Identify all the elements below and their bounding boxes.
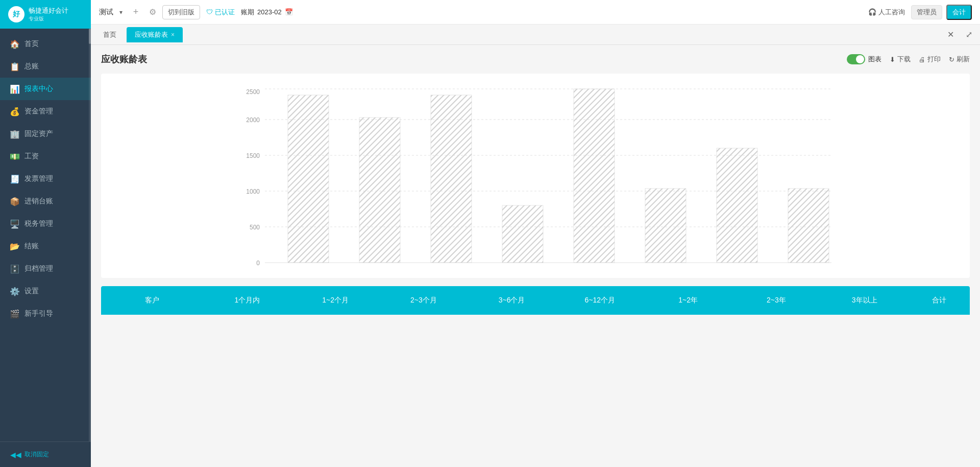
company-dropdown-icon[interactable]: ▾ — [119, 9, 122, 16]
pin-label: 取消固定 — [24, 450, 49, 459]
sidebar-item-closing[interactable]: 📂 结账 — [0, 235, 91, 258]
sidebar-item-payroll[interactable]: 💵 工资 — [0, 145, 91, 168]
nav-label-closing: 结账 — [24, 242, 39, 251]
bar-chart: 0 500 1000 1500 2000 2500 1月内 — [111, 84, 960, 268]
svg-text:6-12个月: 6-12个月 — [582, 267, 606, 268]
role-button[interactable]: 会计 — [946, 5, 972, 20]
pin-button[interactable]: ◀◀ 取消固定 — [8, 447, 83, 462]
support-button[interactable]: 🎧 人工咨询 — [868, 8, 905, 17]
tab-ar-aging[interactable]: 应收账龄表 × — [127, 27, 183, 42]
nav-label-capital: 资金管理 — [24, 107, 53, 116]
chart-area: 0 500 1000 1500 2000 2500 1月内 — [101, 74, 970, 278]
shield-icon: 🛡 — [206, 8, 213, 16]
nav-label-reports: 报表中心 — [24, 84, 53, 94]
print-button[interactable]: 🖨 打印 — [919, 55, 941, 64]
page-actions: 图表 ⬇ 下载 🖨 打印 ↻ 刷新 — [847, 54, 970, 64]
refresh-icon: ↻ — [949, 56, 954, 63]
nav-icon-sales: 📦 — [10, 197, 19, 206]
nav-label-payroll: 工资 — [24, 152, 39, 161]
sidebar-item-settings[interactable]: ⚙️ 设置 — [0, 280, 91, 302]
svg-rect-14 — [359, 118, 400, 263]
table-col-header-8: 3年以上 — [820, 286, 909, 315]
calendar-icon[interactable]: 📅 — [285, 8, 293, 16]
table-col-header-5: 6~12个月 — [556, 286, 644, 315]
svg-text:3-6月: 3-6月 — [515, 267, 530, 268]
add-company-button[interactable]: + — [129, 5, 143, 19]
svg-text:0: 0 — [256, 260, 260, 267]
sidebar-item-ledger[interactable]: 📋 总账 — [0, 55, 91, 78]
switch-version-button[interactable]: 切到旧版 — [162, 5, 200, 19]
headset-icon: 🎧 — [868, 8, 876, 16]
logo-sub: 专业版 — [29, 15, 68, 22]
sidebar-item-assets[interactable]: 🏢 固定资产 — [0, 123, 91, 145]
print-icon: 🖨 — [919, 56, 925, 63]
pin-icon: ◀◀ — [10, 451, 21, 459]
sidebar-item-sales[interactable]: 📦 进销台账 — [0, 190, 91, 213]
chart-toggle[interactable] — [847, 54, 865, 64]
tab-home[interactable]: 首页 — [95, 27, 125, 42]
nav-icon-invoice: 🧾 — [10, 174, 19, 183]
nav-label-guide: 新手引导 — [24, 309, 53, 318]
svg-rect-26 — [788, 189, 829, 263]
sidebar-item-invoice[interactable]: 🧾 发票管理 — [0, 168, 91, 190]
svg-rect-18 — [502, 205, 543, 263]
chart-toggle-label: 图表 — [868, 55, 881, 64]
svg-text:2000: 2000 — [246, 116, 260, 124]
nav-icon-tax: 🖥️ — [10, 219, 19, 228]
nav-label-tax: 税务管理 — [24, 219, 53, 228]
sidebar-item-reports[interactable]: 📊 报表中心 — [0, 78, 91, 100]
sidebar-item-home[interactable]: 🏠 首页 — [0, 33, 91, 55]
table-col-header-1: 1个月内 — [203, 286, 291, 315]
logo-name: 畅捷通好会计 — [29, 7, 68, 15]
download-icon: ⬇ — [890, 56, 895, 63]
table-col-header-3: 2~3个月 — [380, 286, 468, 315]
svg-rect-22 — [645, 189, 686, 263]
nav-label-invoice: 发票管理 — [24, 174, 53, 183]
admin-button[interactable]: 管理员 — [911, 5, 942, 19]
nav-label-archive: 归档管理 — [24, 264, 53, 273]
nav-label-sales: 进销台账 — [24, 197, 53, 206]
verified-badge: 🛡 已认证 — [206, 8, 235, 17]
nav-label-settings: 设置 — [24, 287, 39, 296]
table-col-header-6: 1~2年 — [644, 286, 732, 315]
download-button[interactable]: ⬇ 下载 — [890, 55, 911, 64]
table-col-header-2: 1~2个月 — [291, 286, 380, 315]
nav-icon-closing: 📂 — [10, 242, 19, 251]
nav-menu: 🏠 首页 📋 总账 📊 报表中心 💰 资金管理 🏢 固定资产 💵 工资 🧾 发票… — [0, 29, 91, 329]
sidebar-item-capital[interactable]: 💰 资金管理 — [0, 100, 91, 123]
nav-icon-reports: 📊 — [10, 84, 19, 94]
main-area: 测试 ▾ + ⚙ 切到旧版 🛡 已认证 账期 2023-02 📅 🎧 人工咨询 … — [91, 0, 980, 467]
user-area: 管理员 会计 — [911, 5, 972, 20]
sidebar-item-guide[interactable]: 🎬 新手引导 — [0, 302, 91, 325]
nav-label-ledger: 总账 — [24, 62, 39, 71]
top-header: 测试 ▾ + ⚙ 切到旧版 🛡 已认证 账期 2023-02 📅 🎧 人工咨询 … — [91, 0, 980, 25]
close-panel-button[interactable]: ✕ — [943, 28, 958, 42]
svg-text:1000: 1000 — [246, 188, 260, 195]
nav-icon-ledger: 📋 — [10, 62, 19, 71]
table-col-header-7: 2~3年 — [732, 286, 821, 315]
expand-panel-button[interactable]: ⤢ — [962, 28, 976, 42]
svg-text:2-3年: 2-3年 — [729, 267, 744, 268]
logo: 好 畅捷通好会计 专业版 — [0, 0, 91, 29]
nav-label-assets: 固定资产 — [24, 129, 53, 138]
content-inner: 应收账龄表 图表 ⬇ 下载 🖨 打印 ↻ — [91, 45, 980, 467]
nav-icon-guide: 🎬 — [10, 309, 19, 318]
svg-text:1-2年: 1-2年 — [658, 267, 673, 268]
accounting-period: 账期 2023-02 📅 — [241, 8, 293, 17]
table-header: 客户1个月内1~2个月2~3个月3~6个月6~12个月1~2年2~3年3年以上合… — [101, 286, 970, 315]
sidebar-item-archive[interactable]: 🗄️ 归档管理 — [0, 258, 91, 280]
company-name[interactable]: 测试 — [99, 8, 113, 17]
sidebar-item-tax[interactable]: 🖥️ 税务管理 — [0, 213, 91, 235]
content-area: 应收账龄表 图表 ⬇ 下载 🖨 打印 ↻ — [91, 45, 980, 467]
sidebar: 好 畅捷通好会计 专业版 🏠 首页 📋 总账 📊 报表中心 💰 资金管理 🏢 固… — [0, 0, 91, 467]
svg-rect-16 — [431, 95, 472, 263]
refresh-button[interactable]: ↻ 刷新 — [949, 55, 970, 64]
nav-icon-home: 🏠 — [10, 39, 19, 49]
nav-icon-settings: ⚙️ — [10, 287, 19, 296]
page-header: 应收账龄表 图表 ⬇ 下载 🖨 打印 ↻ — [101, 53, 970, 65]
settings-icon[interactable]: ⚙ — [149, 7, 156, 17]
table-col-header-4: 3~6个月 — [468, 286, 556, 315]
nav-icon-capital: 💰 — [10, 107, 19, 116]
svg-text:500: 500 — [250, 224, 260, 231]
tab-close-icon[interactable]: × — [171, 31, 175, 38]
